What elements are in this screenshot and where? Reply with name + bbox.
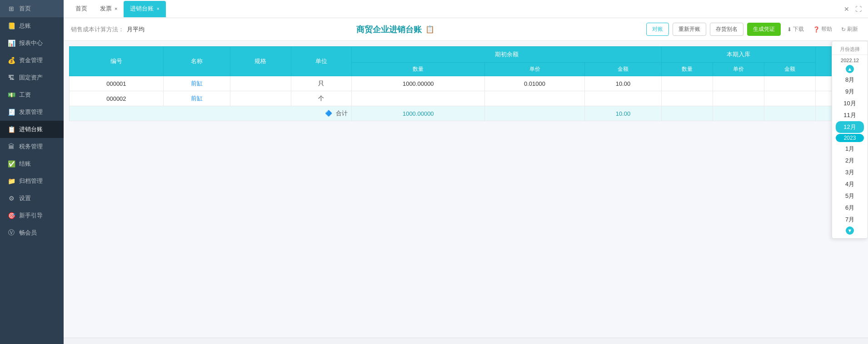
- sidebar-item-payroll[interactable]: 💵 工资: [0, 86, 64, 103]
- guide-icon: 🎯: [7, 212, 15, 219]
- total-label: 合计: [336, 110, 348, 117]
- window-controls: ✕ ⛶: [843, 5, 863, 13]
- month-item-10[interactable]: 10月: [832, 98, 868, 109]
- cell-id-1: 000001: [70, 76, 164, 91]
- table-row: 000001 前缸 只 1000.00000 0.01000 10.00: [70, 76, 863, 91]
- window-close-button[interactable]: ✕: [843, 5, 851, 13]
- month-item-2[interactable]: 2月: [832, 155, 868, 167]
- month-item-5[interactable]: 5月: [832, 190, 868, 202]
- total-opening-amount: 10.00: [584, 106, 662, 121]
- month-item-6[interactable]: 6月: [832, 202, 868, 214]
- total-opening-price: [485, 106, 584, 121]
- save-alias-button[interactable]: 存货别名: [710, 23, 743, 36]
- month-item-7[interactable]: 7月: [832, 214, 868, 226]
- sidebar-item-reports[interactable]: 📊 报表中心: [0, 34, 64, 52]
- cell-opening-amount-2: [584, 91, 662, 106]
- close-account-icon: ✅: [7, 160, 15, 167]
- col-header-opening-qty: 数量: [352, 63, 485, 76]
- tab-home[interactable]: 首页: [69, 1, 94, 17]
- month-item-4[interactable]: 4月: [832, 178, 868, 190]
- cell-unit-1: 只: [291, 76, 352, 91]
- name-link-1[interactable]: 前缸: [191, 80, 203, 87]
- cost-method-prefix: 销售成本计算方法：: [71, 25, 124, 34]
- month-nav-up-button[interactable]: ▲: [846, 65, 854, 73]
- cell-unit-2: 个: [291, 91, 352, 106]
- cell-opening-qty-1: 1000.00000: [352, 76, 485, 91]
- sidebar-item-home[interactable]: ⊞ 首页: [0, 0, 64, 17]
- month-panel-nav-down: ▼: [832, 226, 868, 236]
- sidebar-item-fund-management[interactable]: 💰 资金管理: [0, 52, 64, 69]
- sidebar-item-label: 发票管理: [19, 108, 43, 116]
- month-item-12[interactable]: 12月: [836, 121, 864, 133]
- tab-purchase-sales[interactable]: 进销台账 ×: [124, 1, 165, 17]
- reconcile-button[interactable]: 对账: [646, 23, 669, 36]
- total-in-qty: [662, 106, 713, 121]
- sidebar-item-label: 归档管理: [19, 177, 43, 185]
- tab-invoice[interactable]: 发票 ×: [94, 1, 124, 17]
- month-panel-year-2022: 2022.12: [832, 57, 868, 64]
- col-header-in-price: 单价: [713, 63, 764, 76]
- download-icon: ⬇: [787, 26, 792, 33]
- month-panel-nav-up: ▲: [832, 64, 868, 74]
- tab-bar: 首页 发票 × 进销台账 × ✕ ⛶: [64, 0, 868, 18]
- month-item-9[interactable]: 9月: [832, 86, 868, 98]
- month-panel-title: 月份选择: [832, 44, 868, 55]
- window-expand-button[interactable]: ⛶: [854, 5, 863, 13]
- total-in-amount: [764, 106, 816, 121]
- cell-in-qty-1: [662, 76, 713, 91]
- tax-icon: 🏛: [7, 143, 15, 150]
- sidebar-item-tax-management[interactable]: 🏛 税务管理: [0, 138, 64, 155]
- help-button[interactable]: ❓ 帮助: [810, 24, 835, 35]
- cell-in-price-1: [713, 76, 764, 91]
- sidebar-item-general-ledger[interactable]: 📒 总账: [0, 17, 64, 34]
- content-area: 销售成本计算方法： 月平均 商贸企业进销台账 📋 对账 重新开账 存货别名 生成…: [64, 18, 868, 344]
- sidebar-item-label: 畅会员: [19, 229, 37, 237]
- sidebar-item-close-account[interactable]: ✅ 结账: [0, 155, 64, 172]
- col-header-current-in: 本期入库: [662, 47, 816, 63]
- col-header-name: 名称: [163, 47, 230, 76]
- table-container[interactable]: 编号 名称 规格 单位 期初余额 本期入库 数 数量 单价 金额 数量 单价: [64, 41, 868, 338]
- help-icon: ❓: [813, 26, 820, 33]
- sidebar-item-vip[interactable]: Ⓥ 畅会员: [0, 224, 64, 241]
- month-item-8[interactable]: 8月: [832, 74, 868, 86]
- sidebar-item-label: 结账: [19, 160, 31, 168]
- sidebar-item-archive[interactable]: 📁 归档管理: [0, 172, 64, 190]
- month-item-11[interactable]: 11月: [832, 109, 868, 121]
- tab-invoice-close[interactable]: ×: [115, 6, 117, 11]
- cell-opening-price-2: [485, 91, 584, 106]
- sidebar-item-purchase-sales[interactable]: 📋 进销台账: [0, 121, 64, 138]
- tab-purchase-sales-label: 进销台账: [130, 5, 154, 13]
- month-item-3[interactable]: 3月: [832, 167, 868, 178]
- sidebar-item-label: 工资: [19, 91, 31, 99]
- title-doc-icon[interactable]: 📋: [425, 25, 434, 34]
- sidebar-item-settings[interactable]: ⚙ 设置: [0, 190, 64, 207]
- sidebar-item-invoice-management[interactable]: 🧾 发票管理: [0, 103, 64, 121]
- generate-voucher-button[interactable]: 生成凭证: [747, 23, 781, 36]
- cost-method-area: 销售成本计算方法： 月平均: [71, 25, 145, 34]
- bottom-scrollbar[interactable]: [64, 338, 868, 344]
- tab-invoice-label: 发票: [100, 5, 112, 13]
- tab-home-label: 首页: [75, 5, 87, 13]
- vip-icon: Ⓥ: [7, 229, 15, 237]
- col-header-period-opening: 期初余额: [352, 47, 662, 63]
- month-item-1[interactable]: 1月: [832, 143, 868, 155]
- download-button[interactable]: ⬇ 下载: [784, 24, 807, 35]
- sidebar-item-label: 首页: [19, 5, 31, 13]
- col-header-opening-amount: 金额: [584, 63, 662, 76]
- cell-name-2: 前缸: [163, 91, 230, 106]
- invoice-icon: 🧾: [7, 108, 15, 116]
- page-title: 商贸企业进销台账: [356, 24, 422, 35]
- refresh-button[interactable]: ↻ 刷新: [838, 24, 861, 35]
- cell-in-price-2: [713, 91, 764, 106]
- sidebar-item-fixed-assets[interactable]: 🏗 固定资产: [0, 69, 64, 86]
- month-nav-down-button[interactable]: ▼: [846, 226, 854, 235]
- sidebar-item-label: 报表中心: [19, 39, 43, 47]
- archive-icon: 📁: [7, 177, 15, 185]
- name-link-2[interactable]: 前缸: [191, 95, 203, 102]
- tab-purchase-sales-close[interactable]: ×: [156, 6, 159, 11]
- reopen-button[interactable]: 重新开账: [673, 23, 706, 36]
- sidebar-item-guide[interactable]: 🎯 新手引导: [0, 207, 64, 224]
- content-toolbar: 销售成本计算方法： 月平均 商贸企业进销台账 📋 对账 重新开账 存货别名 生成…: [64, 18, 868, 41]
- action-buttons: 对账 重新开账 存货别名 生成凭证 ⬇ 下载 ❓ 帮助 ↻ 刷新: [646, 23, 861, 36]
- cell-id-2: 000002: [70, 91, 164, 106]
